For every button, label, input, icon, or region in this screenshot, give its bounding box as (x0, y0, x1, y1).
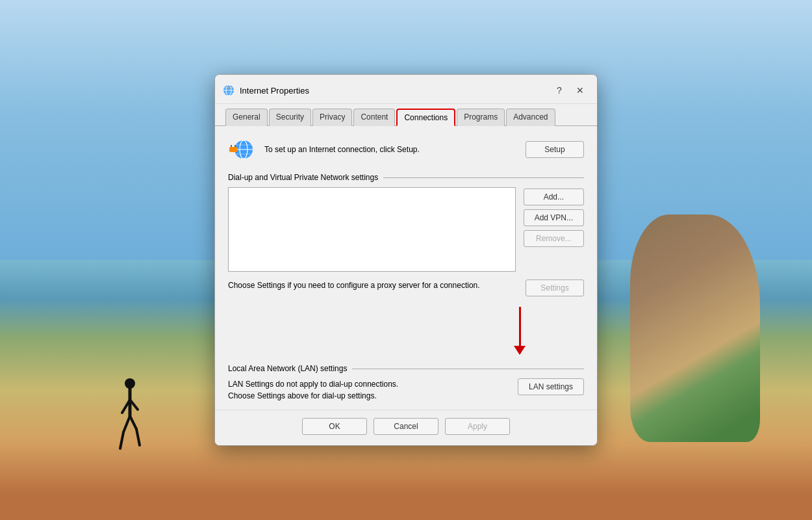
title-bar-controls: ? ✕ (550, 81, 589, 99)
close-button[interactable]: ✕ (571, 81, 589, 99)
tab-content[interactable]: Content (353, 109, 395, 126)
setup-description: To set up an Internet connection, click … (264, 145, 515, 154)
settings-section: Choose Settings if you need to configure… (228, 280, 584, 296)
remove-button[interactable]: Remove... (524, 230, 584, 247)
ie-icon (223, 84, 235, 96)
dialup-action-buttons: Add... Add VPN... Remove... (524, 187, 584, 272)
cancel-button[interactable]: Cancel (374, 418, 438, 435)
tab-security[interactable]: Security (269, 109, 311, 126)
separator-line (383, 177, 584, 178)
footer-buttons: OK Cancel Apply (215, 410, 597, 445)
setup-icon (228, 136, 254, 162)
tab-advanced[interactable]: Advanced (506, 109, 555, 126)
lan-settings-button[interactable]: LAN settings (518, 378, 584, 395)
help-button[interactable]: ? (550, 81, 568, 99)
add-button[interactable]: Add... (524, 188, 584, 205)
tab-connections[interactable]: Connections (396, 109, 455, 126)
title-bar: Internet Properties ? ✕ (215, 75, 597, 104)
settings-button[interactable]: Settings (526, 280, 584, 296)
tab-general[interactable]: General (225, 109, 268, 126)
lan-separator-line (352, 369, 584, 369)
lan-label: Local Area Network (LAN) settings (228, 364, 347, 373)
tabs-container: General Security Privacy Content Connect… (215, 104, 597, 126)
lan-desc-line1: LAN Settings do not apply to dial-up con… (228, 380, 398, 389)
red-arrow-indicator (514, 307, 526, 359)
lan-separator: Local Area Network (LAN) settings (228, 364, 584, 373)
arrow-line (519, 307, 521, 346)
add-vpn-button[interactable]: Add VPN... (524, 209, 584, 226)
lan-description: LAN Settings do not apply to dial-up con… (228, 378, 510, 402)
settings-description: Choose Settings if you need to configure… (228, 280, 515, 291)
setup-button[interactable]: Setup (526, 141, 584, 158)
setup-section: To set up an Internet connection, click … (228, 136, 584, 162)
tab-programs[interactable]: Programs (457, 109, 505, 126)
svg-rect-18 (229, 147, 237, 152)
apply-button[interactable]: Apply (445, 418, 510, 435)
dialog-title: Internet Properties (240, 86, 545, 96)
arrow-head (514, 346, 526, 355)
internet-properties-dialog: Internet Properties ? ✕ General Security… (214, 74, 598, 446)
ok-button[interactable]: OK (302, 418, 367, 435)
dialup-label: Dial-up and Virtual Private Network sett… (228, 173, 378, 182)
dialog-overlay: Internet Properties ? ✕ General Security… (0, 0, 812, 520)
dialup-section: Add... Add VPN... Remove... (228, 187, 584, 272)
dialup-connections-list[interactable] (228, 187, 516, 272)
lan-desc-line2: Choose Settings above for dial-up settin… (228, 391, 377, 400)
arrow-annotation (228, 307, 584, 359)
tab-privacy[interactable]: Privacy (312, 109, 352, 126)
tab-content-area: To set up an Internet connection, click … (215, 126, 597, 410)
lan-section: LAN Settings do not apply to dial-up con… (228, 378, 584, 402)
dialup-separator: Dial-up and Virtual Private Network sett… (228, 173, 584, 182)
